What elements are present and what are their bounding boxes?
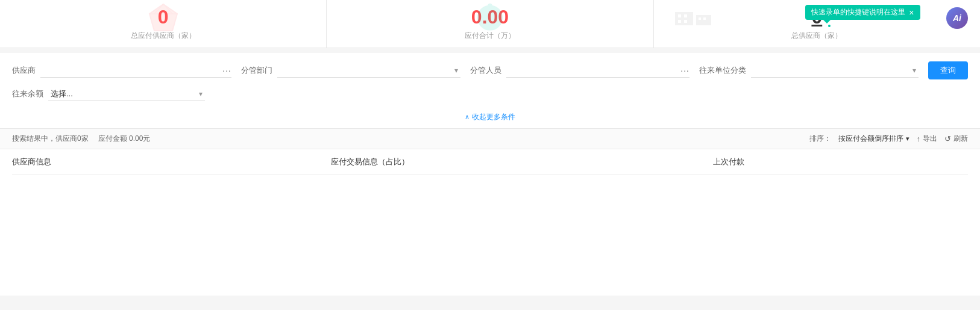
person-input-wrap: ··· (506, 63, 689, 78)
department-select[interactable] (280, 66, 458, 75)
department-label: 分管部门 (241, 65, 272, 76)
svg-rect-15 (699, 17, 701, 20)
svg-rect-10 (678, 14, 681, 17)
col-header-payable: 应付交易信息（占比） (331, 157, 713, 167)
svg-rect-9 (675, 12, 693, 25)
collapse-label: 收起更多条件 (472, 112, 515, 122)
sort-option-label: 按应付会额倒序排序 (838, 134, 903, 144)
piggy-icon (473, 1, 506, 34)
export-button[interactable]: ↑ 导出 (917, 134, 938, 144)
table-section: 供应商信息 应付交易信息（占比） 上次付款 (0, 149, 980, 296)
svg-point-6 (493, 13, 497, 16)
category-select[interactable] (753, 66, 916, 75)
category-field: 往来单位分类 ▾ (699, 63, 919, 78)
svg-rect-11 (684, 14, 687, 17)
svg-rect-12 (678, 20, 681, 23)
tooltip-close-btn[interactable]: × (909, 8, 914, 17)
refresh-button[interactable]: ↺ 刷新 (944, 134, 968, 144)
col-header-supplier: 供应商信息 (12, 157, 331, 167)
svg-rect-14 (696, 15, 711, 25)
svg-point-7 (488, 4, 492, 8)
export-icon: ↑ (917, 134, 921, 143)
svg-rect-13 (684, 20, 687, 23)
department-select-wrap[interactable]: ▾ (277, 63, 460, 78)
tooltip-text: 快速录单的快捷键说明在这里 (811, 7, 905, 17)
result-bar-left: 搜索结果中，供应商0家 应付金额 0.00元 (12, 134, 150, 144)
category-label: 往来单位分类 (699, 65, 746, 76)
search-button[interactable]: 查询 (928, 61, 968, 79)
search-row-1: 供应商 ··· 分管部门 ▾ 分管人员 ··· (12, 61, 968, 79)
diamond-icon (148, 3, 178, 33)
collapse-row: ∧ 收起更多条件 (12, 108, 968, 128)
svg-marker-0 (149, 4, 177, 31)
person-field: 分管人员 ··· (470, 63, 689, 78)
stat-payable-total: 0.00 应付合计（万） (327, 0, 653, 48)
supplier-dots-btn[interactable]: ··· (222, 66, 231, 75)
tooltip-dot (827, 23, 832, 28)
svg-point-5 (484, 13, 488, 16)
stat-total-payable-suppliers: 0 总应付供应商（家） (0, 0, 327, 48)
person-input[interactable] (506, 63, 689, 78)
svg-rect-16 (703, 17, 706, 20)
total-suppliers-label: 总供应商（家） (791, 31, 842, 41)
supplier-count-label: 搜索结果中，供应商0家 (12, 134, 89, 144)
supplier-label: 供应商 (12, 65, 36, 76)
building-icon (672, 9, 720, 27)
refresh-label: 刷新 (953, 134, 968, 144)
person-dots-btn[interactable]: ··· (680, 66, 689, 75)
supplier-field: 供应商 ··· (12, 63, 231, 78)
search-section: 供应商 ··· 分管部门 ▾ 分管人员 ··· (0, 53, 980, 129)
refresh-icon: ↺ (944, 134, 951, 143)
collapse-chevron-icon: ∧ (465, 113, 470, 121)
stat-total-suppliers: 快速录单的快捷键说明在这里 × 0 总供应商（家） Ai (654, 0, 980, 48)
supplier-input-wrap: ··· (40, 63, 231, 78)
supplier-input[interactable] (40, 63, 231, 78)
collapse-button[interactable]: ∧ 收起更多条件 (465, 112, 515, 122)
balance-select-wrap[interactable]: 选择... ▾ (48, 87, 205, 101)
sort-prefix: 排序： (809, 134, 831, 144)
category-select-wrap[interactable]: ▾ (751, 63, 919, 78)
result-bar: 搜索结果中，供应商0家 应付金额 0.00元 排序： 按应付会额倒序排序 ▾ ↑… (0, 129, 980, 149)
sort-chevron-icon: ▾ (906, 135, 909, 143)
export-label: 导出 (923, 134, 937, 144)
table-header: 供应商信息 应付交易信息（占比） 上次付款 (12, 149, 968, 175)
sort-select[interactable]: 按应付会额倒序排序 ▾ (838, 134, 909, 144)
ai-badge[interactable]: Ai (946, 7, 968, 29)
balance-select[interactable]: 选择... (51, 89, 203, 98)
tooltip-bubble: 快速录单的快捷键说明在这里 × (805, 5, 920, 20)
stats-bar: 0 总应付供应商（家） 0.00 应付合计（万） (0, 0, 980, 48)
person-label: 分管人员 (470, 65, 501, 76)
department-field: 分管部门 ▾ (241, 63, 460, 78)
payable-amount-label: 应付金额 0.00元 (98, 134, 151, 144)
table-body (12, 175, 968, 296)
result-bar-right: 排序： 按应付会额倒序排序 ▾ ↑ 导出 ↺ 刷新 (809, 134, 969, 144)
balance-label: 往来余额 (12, 88, 43, 99)
search-row-2: 往来余额 选择... ▾ (12, 87, 205, 101)
col-header-last-payment: 上次付款 (713, 157, 968, 167)
balance-field: 往来余额 选择... ▾ (12, 87, 205, 101)
